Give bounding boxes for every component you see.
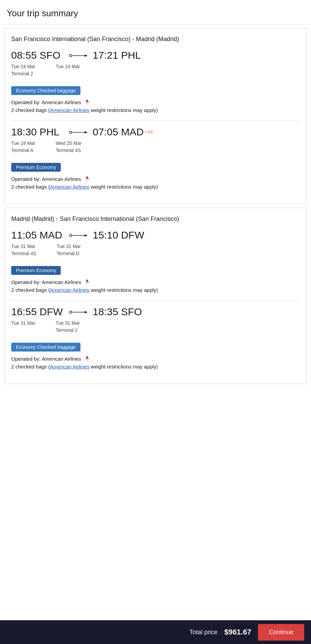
flight-info-row-3: Tue 31 Mar Terminal 4S Tue 31 Mar Termin… [11, 243, 300, 260]
operated-by-4: Operated by: American Airlines [11, 355, 300, 362]
arr-time-1: 17:21 [93, 50, 121, 61]
departure-block-3: 11:05 MAD [11, 229, 66, 241]
dep-details-3: Tue 31 Mar Terminal 4S [11, 243, 36, 257]
dep-date-3: Tue 31 Mar [11, 243, 36, 250]
baggage-link-4[interactable]: American Airlines [50, 364, 89, 370]
fare-badge-1: Economy Checked baggage [11, 86, 80, 95]
arrow-2 [69, 126, 89, 136]
arrow-3 [69, 229, 89, 239]
segment-sfo-phl: 08:55 SFO 17:21 PHL Tue 24 Mar Terminal … [11, 50, 300, 113]
svg-point-12 [70, 234, 72, 237]
arr-details-2: Wed 25 Mar Terminal 4S [56, 140, 81, 154]
arr-date-1: Tue 24 Mar [56, 63, 80, 70]
segment-divider-2 [11, 300, 300, 301]
svg-marker-20 [85, 311, 88, 314]
next-day-badge-2: +1d [145, 129, 152, 134]
arr-terminal-4: Terminal 2 [56, 327, 80, 334]
segment-mad-dfw: 11:05 MAD 15:10 DFW Tue 31 Mar Terminal … [11, 229, 300, 293]
departure-block-1: 08:55 SFO [11, 50, 66, 61]
svg-marker-17 [86, 282, 88, 285]
arrow-1 [69, 50, 89, 59]
flight-info-row-2: Tue 24 Mar Terminal A Wed 25 Mar Termina… [11, 140, 300, 157]
total-price-label: Total price [189, 629, 217, 636]
arr-time-2: 07:05 [93, 126, 121, 137]
arrival-block-2: 07:05 MAD+1d [93, 126, 152, 138]
fare-badge-2: Premium Economy [11, 163, 61, 172]
dep-details-4: Tue 31 Mar [11, 320, 35, 334]
svg-marker-11 [86, 178, 88, 182]
total-price-amount: $961.67 [224, 628, 251, 637]
dep-date-4: Tue 31 Mar [11, 320, 35, 327]
return-route-header: Madrid (Madrid) - San Francisco Internat… [11, 215, 300, 223]
operated-by-1: Operated by: American Airlines [11, 98, 300, 106]
segment-phl-mad: 18:30 PHL 07:05 MAD+1d Tue 24 Mar Termin… [11, 126, 300, 190]
outbound-card: San Francisco International (San Francis… [4, 28, 307, 204]
page-header: Your trip summary [0, 0, 311, 24]
times-row-4: 16:55 DFW 18:35 SFO [11, 306, 300, 318]
departure-block-2: 18:30 PHL [11, 126, 66, 138]
svg-marker-14 [85, 234, 88, 237]
bottom-bar: Total price $961.67 Continue [0, 620, 311, 644]
arr-date-4: Tue 31 Mar [56, 320, 80, 327]
arrival-block-4: 18:35 SFO [93, 306, 147, 318]
dep-terminal-2: Terminal A [11, 147, 35, 154]
arr-airport-2: MAD [121, 126, 144, 137]
baggage-link-1[interactable]: American Airlines [50, 107, 89, 113]
svg-marker-5 [86, 102, 88, 105]
baggage-info-2: 2 checked bags (American Airlines weight… [11, 184, 300, 190]
times-row-2: 18:30 PHL 07:05 MAD+1d [11, 126, 300, 138]
arr-terminal-3: Terminal D [57, 250, 81, 257]
dep-date-1: Tue 24 Mar [11, 63, 35, 70]
dep-time-4: 16:55 [11, 306, 39, 317]
arr-terminal-2: Terminal 4S [56, 147, 81, 154]
dep-details-2: Tue 24 Mar Terminal A [11, 140, 35, 154]
times-row-3: 11:05 MAD 15:10 DFW [11, 229, 300, 241]
svg-point-6 [70, 131, 72, 134]
aa-logo-4 [83, 355, 91, 362]
arr-date-2: Wed 25 Mar [56, 140, 81, 147]
dep-terminal-3: Terminal 4S [11, 250, 36, 257]
flight-info-row-1: Tue 24 Mar Terminal 2 Tue 24 Mar [11, 63, 300, 80]
arr-airport-4: SFO [121, 306, 142, 317]
dep-time-1: 08:55 [11, 50, 39, 61]
arr-time-3: 15:10 [93, 229, 121, 241]
outbound-route-header: San Francisco International (San Francis… [11, 35, 300, 43]
baggage-info-1: 2 checked bags (American Airlines weight… [11, 107, 300, 113]
continue-button[interactable]: Continue [258, 624, 304, 641]
baggage-info-3: 2 checked bags (American Airlines weight… [11, 287, 300, 293]
arr-details-4: Tue 31 Mar Terminal 2 [56, 320, 80, 334]
arr-airport-3: DFW [121, 229, 144, 241]
dep-airport-2: PHL [39, 126, 59, 137]
arr-date-3: Tue 31 Mar [57, 243, 81, 250]
aa-logo-3 [83, 278, 91, 286]
dep-airport-4: DFW [39, 306, 62, 317]
baggage-link-2[interactable]: American Airlines [50, 184, 89, 190]
dep-time-3: 11:05 [11, 229, 39, 241]
arrival-block-3: 15:10 DFW [93, 229, 147, 241]
page-title: Your trip summary [7, 8, 304, 19]
dep-date-2: Tue 24 Mar [11, 140, 35, 147]
baggage-info-4: 2 checked bags (American Airlines weight… [11, 364, 300, 370]
arr-airport-1: PHL [121, 50, 141, 61]
times-row-1: 08:55 SFO 17:21 PHL [11, 50, 300, 61]
dep-airport-3: MAD [39, 229, 62, 241]
departure-block-4: 16:55 DFW [11, 306, 66, 318]
arr-details-1: Tue 24 Mar [56, 63, 80, 77]
aa-logo-1 [83, 98, 91, 106]
operated-by-2: Operated by: American Airlines [11, 175, 300, 183]
arrow-4 [69, 306, 89, 316]
arr-details-3: Tue 31 Mar Terminal D [57, 243, 81, 257]
svg-point-18 [70, 311, 72, 314]
svg-marker-2 [85, 55, 88, 57]
baggage-link-3[interactable]: American Airlines [50, 287, 89, 293]
arr-time-4: 18:35 [93, 306, 121, 317]
dep-details-1: Tue 24 Mar Terminal 2 [11, 63, 35, 77]
dep-airport-1: SFO [39, 50, 60, 61]
fare-badge-4: Economy Checked baggage [11, 343, 80, 352]
segment-divider-1 [11, 120, 300, 121]
dep-time-2: 18:30 [11, 126, 39, 137]
arrival-block-1: 17:21 PHL [93, 50, 147, 61]
return-card: Madrid (Madrid) - San Francisco Internat… [4, 208, 307, 384]
svg-marker-23 [86, 358, 88, 362]
svg-marker-8 [85, 131, 88, 134]
